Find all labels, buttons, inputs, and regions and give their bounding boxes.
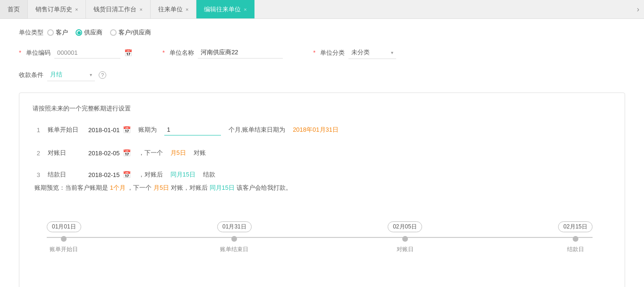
radio-both-circle bbox=[110, 29, 117, 36]
tab-more-arrow[interactable]: › bbox=[632, 0, 644, 18]
tab-edit-partner-label: 编辑往来单位 bbox=[204, 5, 241, 14]
timeline: 01月01日 账单开始日 01月31日 账单结束日 02月05日 bbox=[33, 203, 611, 279]
period-label: 账期为 bbox=[138, 126, 157, 134]
unit-name-group: * 单位名称 bbox=[162, 47, 283, 59]
tl-label-1: 01月01日 bbox=[47, 221, 81, 232]
settle-desc-post: 结款 bbox=[203, 170, 215, 179]
start-date-label: 账单开始日 bbox=[48, 126, 81, 134]
close-order-history-icon[interactable]: × bbox=[75, 7, 78, 12]
period-section: 请按照未来的一个完整帐期进行设置 1 账单开始日 2018-01-01 📅 账期… bbox=[19, 93, 625, 287]
tl-dot-3 bbox=[402, 236, 408, 242]
tl-desc-3: 对账日 bbox=[397, 245, 414, 253]
code-name-class-row: * 单位编码 📅 * 单位名称 * 单位分类 未分类 ▾ bbox=[19, 46, 625, 59]
radio-customer-circle bbox=[47, 29, 54, 36]
radio-customer-label: 客户 bbox=[56, 28, 68, 37]
close-partner-icon[interactable]: × bbox=[186, 7, 188, 12]
recon-date-field: 2018-02-05 📅 bbox=[88, 149, 131, 157]
unit-code-label: 单位编码 bbox=[26, 49, 51, 57]
start-date-field: 2018-01-01 📅 bbox=[88, 126, 131, 134]
unit-code-group: * 单位编码 📅 bbox=[19, 47, 132, 59]
timeline-point-4: 02月15日 结款日 bbox=[558, 221, 593, 253]
row-num-2: 2 bbox=[33, 150, 40, 157]
radio-customer[interactable]: 客户 bbox=[47, 28, 68, 37]
close-edit-partner-icon[interactable]: × bbox=[244, 7, 246, 12]
recon-desc-highlight: 月5日 bbox=[170, 149, 186, 157]
settle-date-row: 3 结款日 2018-02-15 📅 ，对账后 同月15日 结款 bbox=[33, 170, 611, 179]
tab-partner-label: 往来单位 bbox=[158, 5, 183, 14]
radio-supplier[interactable]: 供应商 bbox=[76, 28, 102, 37]
period-end-date: 2018年01月31日 bbox=[293, 126, 339, 134]
settle-date-label: 结款日 bbox=[48, 170, 81, 179]
period-input[interactable] bbox=[164, 124, 221, 135]
unit-type-row: 单位类型 客户 供应商 客户/供应商 bbox=[19, 28, 625, 37]
payment-help-icon[interactable]: ? bbox=[99, 71, 106, 79]
unit-class-label: 单位分类 bbox=[320, 49, 345, 57]
tab-order-history[interactable]: 销售订单历史 × bbox=[28, 0, 86, 18]
name-required-star: * bbox=[162, 49, 165, 56]
start-date-calendar[interactable]: 📅 bbox=[123, 126, 131, 134]
tab-edit-partner[interactable]: 编辑往来单位 × bbox=[196, 0, 254, 18]
unit-type-group: 单位类型 客户 供应商 客户/供应商 bbox=[19, 28, 151, 37]
unit-class-value: 未分类 bbox=[351, 48, 389, 57]
radio-supplier-label: 供应商 bbox=[84, 28, 102, 37]
payment-label: 收款条件 bbox=[19, 71, 43, 79]
preview-middle1: ，下一个 bbox=[127, 184, 152, 191]
payment-select[interactable]: 月结 ▾ bbox=[47, 68, 95, 81]
tl-desc-4: 结款日 bbox=[567, 245, 584, 253]
settle-date-calendar[interactable]: 📅 bbox=[123, 171, 131, 178]
recon-date-value: 2018-02-05 bbox=[88, 150, 120, 157]
tab-order-history-label: 销售订单历史 bbox=[35, 5, 72, 14]
recon-desc-pre: ，下一个 bbox=[138, 149, 163, 157]
preview-recon-day: 月5日 bbox=[153, 184, 169, 191]
radio-supplier-circle bbox=[76, 29, 82, 36]
payment-value: 月结 bbox=[50, 70, 88, 79]
settle-desc-pre: ，对账后 bbox=[138, 170, 163, 179]
close-cash-daily-icon[interactable]: × bbox=[139, 7, 142, 12]
preview-suffix: 该客户会给我打款。 bbox=[237, 184, 292, 191]
preview-middle2: 对账，对账后 bbox=[171, 184, 208, 191]
tl-dot-1 bbox=[61, 236, 67, 242]
payment-chevron: ▾ bbox=[90, 72, 92, 77]
unit-class-select[interactable]: 未分类 ▾ bbox=[348, 46, 396, 59]
payment-row: 收款条件 月结 ▾ ? bbox=[19, 68, 625, 81]
recon-date-label: 对账日 bbox=[48, 149, 81, 157]
start-date-row: 1 账单开始日 2018-01-01 📅 账期为 个月,账单结束日期为 2018… bbox=[33, 124, 611, 135]
timeline-point-2: 01月31日 账单结束日 bbox=[217, 221, 252, 253]
tl-dot-2 bbox=[231, 236, 237, 242]
start-date-value: 2018-01-01 bbox=[88, 127, 120, 134]
code-calendar-icon[interactable]: 📅 bbox=[124, 49, 132, 57]
row-num-1: 1 bbox=[33, 127, 40, 134]
tl-desc-2: 账单结束日 bbox=[220, 245, 248, 253]
unit-name-input[interactable] bbox=[198, 47, 283, 59]
tab-cash-daily-label: 钱货日清工作台 bbox=[93, 5, 136, 14]
unit-type-label: 单位类型 bbox=[19, 28, 43, 37]
radio-both-label: 客户/供应商 bbox=[119, 28, 151, 37]
section-title: 请按照未来的一个完整帐期进行设置 bbox=[33, 104, 611, 113]
tab-home[interactable]: 首页 bbox=[0, 0, 28, 18]
recon-date-calendar[interactable]: 📅 bbox=[123, 149, 131, 157]
preview-prefix: 账期预览：当前客户账期是 bbox=[34, 184, 108, 191]
timeline-point-3: 02月05日 对账日 bbox=[388, 221, 422, 253]
radio-both[interactable]: 客户/供应商 bbox=[110, 28, 151, 37]
tl-desc-1: 账单开始日 bbox=[50, 245, 78, 253]
radio-group: 客户 供应商 客户/供应商 bbox=[47, 28, 151, 37]
class-required-star: * bbox=[313, 49, 315, 56]
tab-bar: 首页 销售订单历史 × 钱货日清工作台 × 往来单位 × 编辑往来单位 × › bbox=[0, 0, 644, 19]
unit-code-input[interactable] bbox=[54, 47, 120, 59]
tl-label-4: 02月15日 bbox=[558, 221, 593, 232]
row-num-3: 3 bbox=[33, 171, 40, 178]
timeline-point-1: 01月01日 账单开始日 bbox=[47, 221, 81, 253]
unit-class-chevron: ▾ bbox=[391, 50, 393, 55]
preview-text: 账期预览：当前客户账期是 1个月 ，下一个 月5日 对账，对账后 同月15日 该… bbox=[33, 184, 611, 192]
tl-label-2: 01月31日 bbox=[217, 221, 252, 232]
tab-cash-daily[interactable]: 钱货日清工作台 × bbox=[86, 0, 150, 18]
main-content: 单位类型 客户 供应商 客户/供应商 * 单位编码 bbox=[0, 19, 644, 287]
payment-group: 收款条件 月结 ▾ ? bbox=[19, 68, 106, 81]
period-months-pre: 个月,账单结束日期为 bbox=[229, 126, 286, 134]
preview-settle-day: 同月15日 bbox=[210, 184, 235, 191]
recon-desc-post: 对账 bbox=[194, 149, 206, 157]
settle-date-value: 2018-02-15 bbox=[88, 171, 120, 178]
tl-label-3: 02月05日 bbox=[388, 221, 422, 232]
tab-home-label: 首页 bbox=[8, 5, 20, 14]
tab-partner[interactable]: 往来单位 × bbox=[151, 0, 196, 18]
